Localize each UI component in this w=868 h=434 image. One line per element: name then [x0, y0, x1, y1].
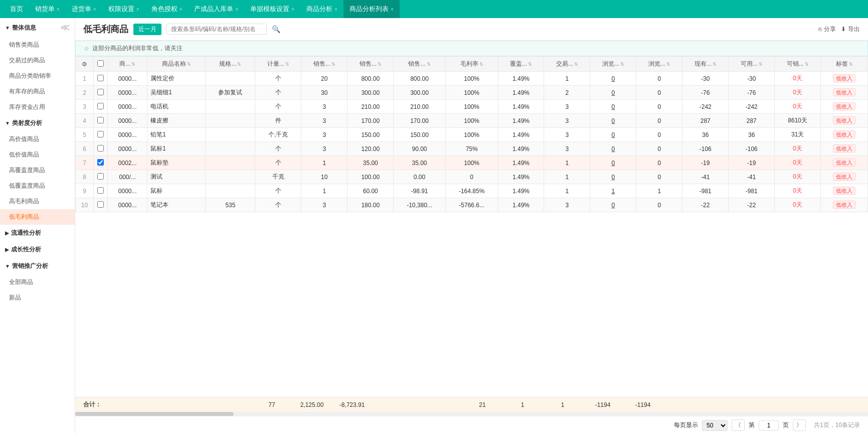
horizontal-scrollbar[interactable] — [75, 412, 868, 416]
row-gross-rate: 100% — [445, 128, 498, 142]
row-tag: 低收入 — [821, 86, 868, 100]
sidebar-item-low-profit[interactable]: 低毛利商品 — [0, 209, 75, 225]
export-button[interactable]: ⬇ 导出 — [841, 25, 860, 34]
row-view1[interactable]: 1 — [590, 184, 636, 198]
row-checkbox[interactable] — [94, 184, 108, 198]
sidebar-item-high-profit[interactable]: 高毛利商品 — [0, 194, 75, 209]
row-checkbox[interactable] — [94, 86, 108, 100]
col-view1: 浏览...⇅ — [590, 57, 636, 72]
nav-close-sales[interactable]: × — [57, 7, 60, 12]
row-view1[interactable]: 0 — [590, 86, 636, 100]
sidebar-item-high-coverage[interactable]: 高覆盖度商品 — [0, 163, 75, 178]
search-input[interactable] — [166, 24, 267, 35]
prev-page-button[interactable]: 〈 — [732, 419, 745, 431]
row-checkbox[interactable] — [94, 72, 108, 86]
select-all-checkbox[interactable] — [97, 60, 104, 67]
nav-item-permission[interactable]: 权限设置× — [102, 0, 145, 18]
nav-close-product-in[interactable]: × — [235, 7, 238, 12]
row-code: 0000... — [108, 100, 147, 114]
row-checkbox[interactable] — [94, 142, 108, 156]
notice-bar: ☆ 这部分商品的利润非常低，请关注 — [75, 41, 868, 56]
row-view1[interactable]: 0 — [590, 170, 636, 184]
next-page-button[interactable]: 〉 — [793, 419, 806, 431]
col-name: 商品名称⇅ — [147, 57, 206, 72]
sidebar-item-category-rate[interactable]: 商品分类助销率 — [0, 68, 75, 84]
nav-close-template[interactable]: × — [291, 7, 294, 12]
row-checkbox[interactable] — [94, 114, 108, 128]
nav-close-purchase[interactable]: × — [93, 7, 96, 12]
row-tag: 低收入 — [821, 198, 868, 212]
sidebar-item-in-stock[interactable]: 有库存的商品 — [0, 84, 75, 99]
row-checkbox-input[interactable] — [97, 187, 104, 194]
row-gross-rate: 75% — [445, 142, 498, 156]
nav-close-permission[interactable]: × — [136, 7, 139, 12]
sidebar-item-high-value[interactable]: 高价值商品 — [0, 131, 75, 147]
row-checkbox-input[interactable] — [97, 159, 104, 166]
sidebar-group-growth[interactable]: ▶ 成长性分析 — [0, 241, 75, 258]
sidebar-group-liquidity[interactable]: ▶ 流通性分析 — [0, 225, 75, 241]
row-checkbox[interactable] — [94, 100, 108, 114]
sidebar-item-sales-goods[interactable]: 销售类商品 — [0, 37, 75, 53]
sidebar-item-traded-goods[interactable]: 交易过的商品 — [0, 53, 75, 68]
sidebar-group-marketing[interactable]: ▼ 营销推广分析 — [0, 258, 75, 274]
row-view1[interactable]: 0 — [590, 142, 636, 156]
row-num: 5 — [76, 128, 94, 142]
row-checkbox[interactable] — [94, 198, 108, 212]
nav-item-home[interactable]: 首页 — [4, 0, 29, 18]
row-checkbox-input[interactable] — [97, 145, 104, 152]
nav-close-product-analysis[interactable]: × — [334, 7, 337, 12]
nav-item-sales[interactable]: 销货单× — [29, 0, 66, 18]
sidebar-item-low-coverage[interactable]: 低覆盖度商品 — [0, 178, 75, 194]
row-view1[interactable]: 0 — [590, 198, 636, 212]
col-gross-rate: 毛利率⇅ — [445, 57, 498, 72]
scrollbar-thumb[interactable] — [75, 412, 234, 416]
row-sale-qty: 20 — [301, 72, 348, 86]
row-checkbox-input[interactable] — [97, 89, 104, 95]
sidebar-item-all-goods[interactable]: 全部商品 — [0, 274, 75, 290]
per-page-select[interactable]: 50 20 100 — [702, 420, 728, 431]
row-spec — [206, 170, 255, 184]
time-filter-button[interactable]: 近一月 — [133, 24, 161, 35]
row-current-stock: 287 — [682, 114, 729, 128]
row-checkbox-input[interactable] — [97, 173, 104, 180]
nav-item-purchase[interactable]: 进货单× — [66, 0, 102, 18]
row-checkbox-input[interactable] — [97, 117, 104, 123]
row-view1[interactable]: 0 — [590, 128, 636, 142]
row-checkbox-input[interactable] — [97, 103, 104, 109]
row-checkbox[interactable] — [94, 156, 108, 170]
nav-item-template[interactable]: 单据模板设置× — [244, 0, 300, 18]
sidebar-item-new-goods[interactable]: 新品 — [0, 290, 75, 306]
top-nav: 首页 销货单× 进货单× 权限设置× 角色授权× 产成品入库单× 单据模板设置×… — [0, 0, 868, 18]
row-checkbox-input[interactable] — [97, 75, 104, 81]
page-input[interactable] — [759, 420, 779, 430]
sidebar-group-analysis[interactable]: ▼ 类射度分析 — [0, 115, 75, 131]
row-view1[interactable]: 0 — [590, 114, 636, 128]
sidebar-group-overview[interactable]: ▼ 整体信息 ≪ — [0, 18, 75, 37]
row-checkbox[interactable] — [94, 128, 108, 142]
col-settings[interactable]: ⚙ — [76, 57, 94, 72]
row-checkbox-input[interactable] — [97, 201, 104, 208]
row-spec — [206, 142, 255, 156]
share-button[interactable]: ⎋ 分享 — [818, 25, 836, 34]
nav-item-product-in[interactable]: 产成品入库单× — [188, 0, 244, 18]
search-button[interactable]: 🔍 — [272, 25, 280, 33]
row-view1[interactable]: 0 — [590, 156, 636, 170]
nav-item-product-analysis[interactable]: 商品分析× — [300, 0, 343, 18]
sidebar-item-capital[interactable]: 库存资金占用 — [0, 99, 75, 115]
row-saleable: 0天 — [775, 184, 821, 198]
nav-item-product-analysis-list[interactable]: 商品分析列表× — [343, 0, 400, 18]
row-tag: 低收入 — [821, 128, 868, 142]
nav-item-role[interactable]: 角色授权× — [145, 0, 189, 18]
nav-close-product-analysis-list[interactable]: × — [391, 7, 394, 12]
row-view1[interactable]: 0 — [590, 100, 636, 114]
nav-close-role[interactable]: × — [180, 7, 183, 12]
row-spec — [206, 114, 255, 128]
col-sale-amount: 销售...⇅ — [394, 57, 446, 72]
row-checkbox[interactable] — [94, 170, 108, 184]
row-view1[interactable]: 0 — [590, 72, 636, 86]
collapse-icon[interactable]: ≪ — [60, 22, 70, 33]
row-code: 0000... — [108, 198, 147, 212]
col-checkbox[interactable] — [94, 57, 108, 72]
sidebar-item-low-value[interactable]: 低价值商品 — [0, 147, 75, 163]
row-checkbox-input[interactable] — [97, 131, 104, 137]
